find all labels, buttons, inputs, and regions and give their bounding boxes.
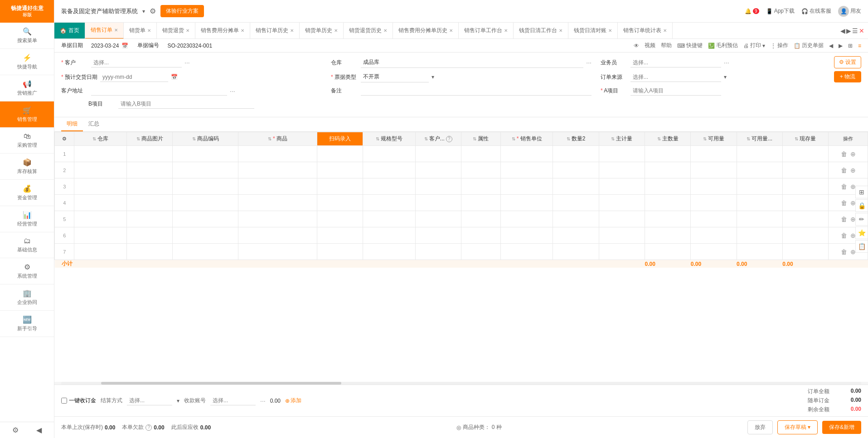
sidebar-item-enterprise[interactable]: 🏢 企业协同 <box>0 284 54 311</box>
cell-quantity2[interactable] <box>553 178 599 195</box>
cell-current-stock[interactable] <box>782 211 828 227</box>
tab-sales-returns[interactable]: 销货单 ✕ <box>124 23 157 39</box>
cell-current-stock[interactable] <box>782 195 828 211</box>
sidebar-item-system[interactable]: ⚙ 系统管理 <box>0 258 54 284</box>
cell-available[interactable] <box>691 178 737 195</box>
delete-row-icon[interactable]: 🗑 <box>841 199 847 207</box>
cell-quantity2[interactable] <box>553 244 599 260</box>
tab-fee-history[interactable]: 销售费用分摊单历史 ✕ <box>393 23 459 39</box>
cell-customer-code[interactable] <box>415 146 461 162</box>
cell-customer-code[interactable] <box>415 244 461 260</box>
history-btn[interactable]: 📋 历史单据 <box>794 42 824 49</box>
cell-product-code[interactable] <box>173 227 238 244</box>
tab-close-icon[interactable]: ✕ <box>290 28 294 33</box>
tab-sales-summary[interactable]: 销售订单统计表 ✕ <box>618 23 673 39</box>
add-payment-btn[interactable]: ⊕ 添加 <box>285 397 301 404</box>
cell-product[interactable] <box>238 211 317 227</box>
tab-close-icon[interactable]: ✕ <box>241 28 244 33</box>
cell-product-image[interactable] <box>127 227 173 244</box>
cell-main-quantity[interactable] <box>645 162 691 178</box>
cell-spec[interactable] <box>363 211 415 227</box>
online-service-item[interactable]: 🎧 在线客服 <box>801 7 831 15</box>
cell-available-more[interactable] <box>737 146 782 162</box>
cell-warehouse[interactable] <box>74 227 127 244</box>
salesperson-input[interactable] <box>630 58 721 67</box>
cell-attribute[interactable] <box>461 195 500 211</box>
tab-order-workbench[interactable]: 销售订单工作台 ✕ <box>459 23 514 39</box>
tab-order-history[interactable]: 销售订单历史 ✕ <box>250 23 300 39</box>
cell-sales-unit[interactable] <box>500 146 553 162</box>
shortcut-btn[interactable]: ⌨ 快捷键 <box>677 42 703 49</box>
cell-main-quantity[interactable] <box>645 146 691 162</box>
cell-spec[interactable] <box>363 178 415 195</box>
tab-sales-refund[interactable]: 销货退货 ✕ <box>157 23 195 39</box>
salesperson-more-icon[interactable]: ··· <box>724 59 729 66</box>
floating-btn-1[interactable]: ⊞ <box>855 186 868 198</box>
cell-customer-code[interactable] <box>415 162 461 178</box>
cell-main-quantity[interactable] <box>645 178 691 195</box>
sidebar-item-purchase[interactable]: 🛍 采购管理 <box>0 128 54 154</box>
cell-product-code[interactable] <box>173 211 238 227</box>
cell-available[interactable] <box>691 211 737 227</box>
cell-main-unit[interactable] <box>599 211 645 227</box>
nav-prev-icon[interactable]: ◀ <box>829 43 833 49</box>
save-draft-btn[interactable]: 保存草稿 ▾ <box>777 420 818 434</box>
tab-returns-history[interactable]: 销货单历史 ✕ <box>300 23 344 39</box>
cell-customer-code[interactable] <box>415 227 461 244</box>
cell-sales-unit[interactable] <box>500 227 553 244</box>
tab-prev-icon[interactable]: ◀ <box>840 27 845 34</box>
app-download-item[interactable]: 📱 App下载 <box>766 7 795 15</box>
copy-row-icon[interactable]: ⊕ <box>850 248 856 255</box>
cell-available-more[interactable] <box>737 178 782 195</box>
sidebar-item-marketing[interactable]: 📢 营销推广 <box>0 75 54 101</box>
cell-product-image[interactable] <box>127 211 173 227</box>
tab-detail[interactable]: 明细 <box>61 117 83 131</box>
tab-refund-history[interactable]: 销货退货历史 ✕ <box>344 23 393 39</box>
notification-item[interactable]: 🔔 9 <box>745 8 759 14</box>
help-btn[interactable]: 帮助 <box>661 42 672 49</box>
calendar-icon[interactable]: 📅 <box>121 43 128 49</box>
th-settings[interactable]: ⚙ <box>55 132 74 146</box>
customer-input[interactable] <box>91 58 182 67</box>
cell-main-unit[interactable] <box>599 227 645 244</box>
copy-row-icon[interactable]: ⊕ <box>850 167 856 174</box>
warehouse-more-icon[interactable]: ··· <box>586 59 592 66</box>
cell-attribute[interactable] <box>461 162 500 178</box>
sidebar-item-quick[interactable]: ⚡ 快捷导航 <box>0 49 54 75</box>
b-project-input[interactable] <box>118 99 254 109</box>
cell-quantity2[interactable] <box>553 211 599 227</box>
cell-main-quantity[interactable] <box>645 195 691 211</box>
cell-spec[interactable] <box>363 227 415 244</box>
cell-product[interactable] <box>238 162 317 178</box>
delivery-calendar-icon[interactable]: 📅 <box>171 74 178 80</box>
account-more-icon[interactable]: ··· <box>260 397 266 404</box>
cell-spec[interactable] <box>363 244 415 260</box>
scrollbar-thumb[interactable] <box>101 382 341 385</box>
cell-available[interactable] <box>691 146 737 162</box>
tab-close-icon[interactable]: ✕ <box>334 28 338 33</box>
sort-icon[interactable]: ⇅ <box>657 136 661 141</box>
customer-more-icon[interactable]: ··· <box>184 59 190 66</box>
cell-current-stock[interactable] <box>782 227 828 244</box>
cell-customer-code[interactable] <box>415 195 461 211</box>
tab-home[interactable]: 🏠 首页 <box>54 23 85 39</box>
one-click-checkbox[interactable] <box>61 398 67 404</box>
tab-cash-workbench[interactable]: 钱货日清工作台 ✕ <box>514 23 568 39</box>
account-input[interactable] <box>210 396 256 405</box>
sidebar-item-search[interactable]: 🔍 搜索菜单 <box>0 23 54 49</box>
floating-btn-5[interactable]: 📋 <box>855 240 868 253</box>
sort-icon[interactable]: ⇅ <box>512 136 515 141</box>
tab-close-icon[interactable]: ✕ <box>147 28 151 33</box>
floating-btn-2[interactable]: 🔒 <box>855 199 868 212</box>
cell-product[interactable] <box>238 227 317 244</box>
print-btn[interactable]: 🖨 打印 ▾ <box>743 42 765 49</box>
cell-warehouse[interactable] <box>74 211 127 227</box>
tab-close-all-icon[interactable]: ✕ <box>859 27 864 34</box>
cell-sales-unit[interactable] <box>500 211 553 227</box>
payment-method-input[interactable] <box>127 396 172 405</box>
cell-available-more[interactable] <box>737 195 782 211</box>
sort-icon[interactable]: ⇅ <box>376 136 379 141</box>
sort-icon[interactable]: ⇅ <box>703 136 707 141</box>
address-more-icon[interactable]: ··· <box>230 87 235 95</box>
sort-icon[interactable]: ⇅ <box>92 136 96 141</box>
